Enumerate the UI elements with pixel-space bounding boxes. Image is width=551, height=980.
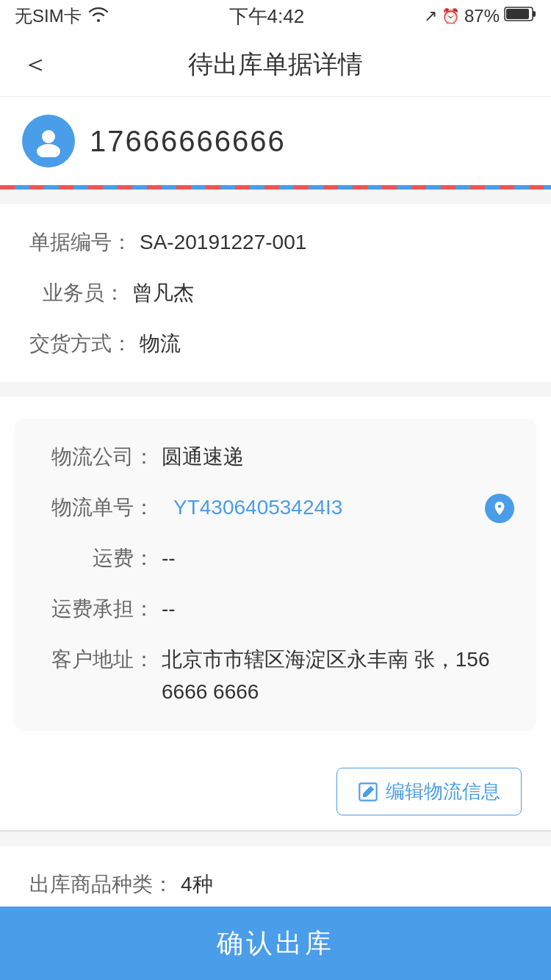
salesperson-label: 业务员： xyxy=(29,277,125,310)
address-label: 客户地址： xyxy=(37,644,154,677)
tracking-no-value: YT43064053424I3 xyxy=(173,491,473,525)
address-value: 北京市市辖区海淀区永丰南 张，156 6666 6666 xyxy=(162,644,514,710)
order-no-label: 单据编号： xyxy=(29,226,132,259)
section-divider xyxy=(0,830,551,832)
address-row: 客户地址： 北京市市辖区海淀区永丰南 张，156 6666 6666 xyxy=(37,644,514,710)
delivery-value: 物流 xyxy=(140,328,522,361)
svg-point-3 xyxy=(42,130,55,143)
nav-bar: ＜ 待出库单据详情 xyxy=(0,32,551,97)
svg-point-4 xyxy=(37,144,60,157)
customer-header: 17666666666 xyxy=(0,97,551,185)
goods-type-row: 出库商品种类： 4种 xyxy=(29,868,522,901)
logistics-company-label: 物流公司： xyxy=(37,441,154,474)
freight-label: 运费： xyxy=(37,542,154,575)
confirm-outbound-button[interactable]: 确认出库 xyxy=(0,907,551,980)
delivery-label: 交货方式： xyxy=(29,328,132,361)
tracking-location-icon[interactable] xyxy=(485,494,514,523)
salesperson-row: 业务员： 曾凡杰 xyxy=(29,277,522,310)
svg-rect-1 xyxy=(533,11,536,17)
freight-bearer-label: 运费承担： xyxy=(37,593,154,626)
customer-phone: 17666666666 xyxy=(90,125,286,158)
status-left: 无SIM卡 xyxy=(15,4,109,28)
location-status-icon: ↗ xyxy=(424,7,437,26)
logistics-company-row: 物流公司： 圆通速递 xyxy=(37,441,514,474)
status-time: 下午4:42 xyxy=(229,4,305,29)
status-bar: 无SIM卡 下午4:42 ↗ ⏰ 87% xyxy=(0,0,551,32)
edit-logistics-label: 编辑物流信息 xyxy=(386,779,500,804)
order-info-section: 单据编号： SA-20191227-001 业务员： 曾凡杰 交货方式： 物流 xyxy=(0,204,551,382)
svg-rect-2 xyxy=(506,9,529,19)
goods-type-label: 出库商品种类： xyxy=(29,868,173,901)
page-title: 待出库单据详情 xyxy=(188,48,363,82)
wifi-icon xyxy=(87,6,109,26)
edit-logistics-button[interactable]: 编辑物流信息 xyxy=(336,768,522,815)
logistics-company-value: 圆通速递 xyxy=(162,441,514,474)
tracking-no-label: 物流单号： xyxy=(37,491,154,525)
alarm-icon: ⏰ xyxy=(442,7,460,25)
battery-percent: 87% xyxy=(464,6,500,26)
battery-icon xyxy=(504,6,536,26)
logistics-card: 物流公司： 圆通速递 物流单号： YT43064053424I3 运费： -- … xyxy=(15,419,536,731)
logistics-section: 物流公司： 圆通速递 物流单号： YT43064053424I3 运费： -- … xyxy=(0,397,551,753)
goods-type-value: 4种 xyxy=(181,868,522,901)
freight-value: -- xyxy=(162,542,514,575)
order-no-value: SA-20191227-001 xyxy=(140,226,522,259)
tracking-no-row: 物流单号： YT43064053424I3 xyxy=(37,491,514,525)
avatar xyxy=(22,115,75,167)
status-right: ↗ ⏰ 87% xyxy=(424,6,536,26)
freight-bearer-value: -- xyxy=(162,593,514,626)
order-no-row: 单据编号： SA-20191227-001 xyxy=(29,226,522,259)
bottom-area: 确认出库 xyxy=(0,907,551,980)
confirm-outbound-label: 确认出库 xyxy=(217,926,334,962)
freight-row: 运费： -- xyxy=(37,542,514,575)
dashed-divider xyxy=(0,185,551,190)
delivery-row: 交货方式： 物流 xyxy=(29,328,522,361)
freight-bearer-row: 运费承担： -- xyxy=(37,593,514,626)
back-button[interactable]: ＜ xyxy=(22,46,48,82)
edit-btn-row: 编辑物流信息 xyxy=(0,753,551,830)
carrier-label: 无SIM卡 xyxy=(15,4,82,28)
salesperson-value: 曾凡杰 xyxy=(132,277,522,310)
